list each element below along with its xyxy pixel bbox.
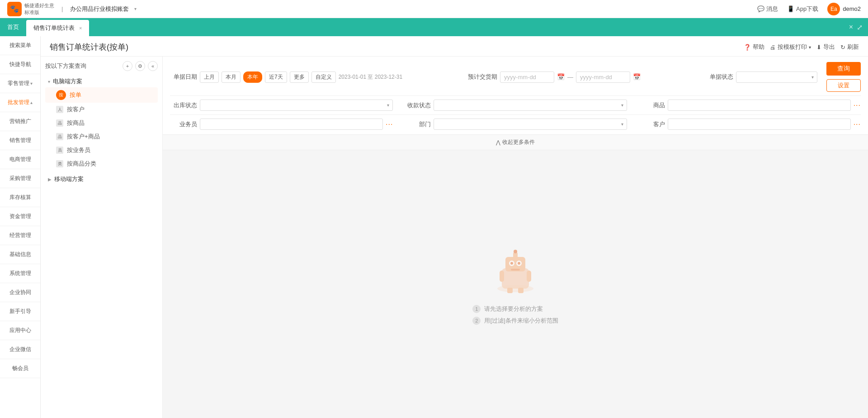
sidebar-item-basic[interactable]: 基础信息 <box>0 245 40 264</box>
goods-label: 商品 <box>638 101 665 109</box>
calendar-icon-end[interactable]: 📅 <box>633 73 641 81</box>
page-title: 销售订单统计表(按单) <box>50 42 128 52</box>
left-panel-header: 按以下方案查询 + ⚙ « <box>45 61 158 71</box>
topbar-left: 🐾 畅捷通好生意 标准版 | 办公用品行业模拟账套 ▾ <box>7 2 137 16</box>
scheme-item-by-customer-product[interactable]: 品 按客户+商品 <box>45 130 158 143</box>
mobile-group-header[interactable]: ▶ 移动端方案 <box>45 173 158 185</box>
right-panel: 单据日期 上月 本月 本年 近7天 更多 自定义 2023-01-01 至 20… <box>163 57 868 418</box>
collapse-panel-button[interactable]: « <box>148 61 158 71</box>
goods-input[interactable] <box>668 100 851 111</box>
sidebar-item-sales[interactable]: 销售管理 <box>0 131 40 150</box>
date-filter-label: 单据日期 <box>170 73 197 81</box>
date-btn-custom[interactable]: 自定义 <box>311 71 336 83</box>
mobile-group-expand-icon: ▶ <box>48 177 52 182</box>
department-select[interactable] <box>434 119 627 130</box>
page-header: 销售订单统计表(按单) ❓ 帮助 🖨 按模板打印 ▾ ⬇ 导出 ↻ 刷新 <box>41 36 868 57</box>
messages-button[interactable]: 💬 消息 <box>757 5 778 13</box>
sidebar-item-member[interactable]: 畅会员 <box>0 359 40 378</box>
sidebar-item-wholesale[interactable]: 批发管理 ▴ <box>0 93 40 112</box>
scheme-item-by-product[interactable]: 品 按商品 <box>45 116 158 130</box>
customer-input[interactable] <box>668 119 851 130</box>
expected-date-label: 预计交货期 <box>468 73 497 81</box>
salesperson-more-icon[interactable]: ··· <box>386 120 393 128</box>
mobile-scheme-group: ▶ 移动端方案 <box>45 173 158 185</box>
refresh-button[interactable]: ↻ 刷新 <box>840 43 859 51</box>
status-select[interactable] <box>736 71 817 83</box>
scheme-item-by-salesperson[interactable]: 员 按业务员 <box>45 143 158 157</box>
tip-num-1: 1 <box>472 305 481 313</box>
customer-label: 客户 <box>638 120 665 128</box>
expected-date-end-input[interactable] <box>576 71 630 83</box>
expected-date-start-input[interactable] <box>500 71 554 83</box>
customer-more-icon[interactable]: ··· <box>854 120 861 128</box>
date-separator: — <box>567 74 573 81</box>
scheme-item-by-order[interactable]: 按 按单 <box>45 87 158 103</box>
settings-scheme-button[interactable]: ⚙ <box>135 61 145 71</box>
tabbar: 首页 销售订单统计表 × × ⤢ <box>0 18 868 36</box>
page-actions: ❓ 帮助 🖨 按模板打印 ▾ ⬇ 导出 ↻ 刷新 <box>744 43 859 51</box>
status-label: 单据状态 <box>706 73 733 81</box>
tab-home[interactable]: 首页 <box>0 18 26 36</box>
salesperson-label: 业务员 <box>170 120 197 128</box>
status-filter-group: 单据状态 ▾ <box>706 71 817 83</box>
add-scheme-button[interactable]: + <box>123 61 132 71</box>
sidebar-item-ecommerce[interactable]: 电商管理 <box>0 150 40 169</box>
topbar-dropdown-icon[interactable]: ▾ <box>134 6 137 11</box>
maximize-icon[interactable]: ⤢ <box>857 23 863 32</box>
date-btn-last-7[interactable]: 近7天 <box>265 71 287 83</box>
left-panel-title: 按以下方案查询 <box>45 62 86 70</box>
user-menu[interactable]: Ea demo2 <box>827 3 861 15</box>
sidebar-item-inventory[interactable]: 库存核算 <box>0 188 40 207</box>
filter-row-2: 出库状态 ▾ 收款状态 <box>170 95 861 111</box>
goods-more-icon[interactable]: ··· <box>854 101 861 109</box>
content-area: 销售订单统计表(按单) ❓ 帮助 🖨 按模板打印 ▾ ⬇ 导出 ↻ 刷新 <box>41 36 868 418</box>
date-btn-last-month[interactable]: 上月 <box>200 71 219 83</box>
date-range-display: 2023-01-01 至 2023-12-31 <box>339 73 402 81</box>
sidebar-item-finance[interactable]: 资金管理 <box>0 207 40 226</box>
export-button[interactable]: ⬇ 导出 <box>816 43 835 51</box>
settings-button[interactable]: 设置 <box>826 79 861 92</box>
date-btn-more[interactable]: 更多 <box>290 71 309 83</box>
empty-tips: 1 请先选择要分析的方案 2 用[过滤]条件来缩小分析范围 <box>472 305 558 325</box>
logo-icon: 🐾 <box>7 2 22 16</box>
tab-close-icon[interactable]: × <box>79 25 82 31</box>
scheme-item-by-customer[interactable]: 人 按客户 <box>45 103 158 116</box>
tab-sales-order-stats[interactable]: 销售订单统计表 × <box>26 20 89 36</box>
collapse-button[interactable]: ⋀ 收起更多条件 <box>496 138 535 146</box>
date-btn-this-month[interactable]: 本月 <box>222 71 241 83</box>
shipment-select[interactable] <box>200 100 393 111</box>
sidebar-item-newbie[interactable]: 新手引导 <box>0 302 40 321</box>
content-body: 按以下方案查询 + ⚙ « ▾ 电脑端方案 按 按单 <box>41 57 868 418</box>
help-button[interactable]: ❓ 帮助 <box>744 43 764 51</box>
shipment-filter: 出库状态 ▾ <box>170 100 393 111</box>
collapse-icon: ⋀ <box>496 139 500 146</box>
salesperson-input[interactable] <box>200 119 383 130</box>
sidebar-item-quick-nav[interactable]: 快捷导航 <box>0 55 40 74</box>
sidebar-item-system[interactable]: 系统管理 <box>0 264 40 283</box>
print-button[interactable]: 🖨 按模板打印 ▾ <box>770 43 811 51</box>
minimize-icon[interactable]: × <box>849 23 853 31</box>
svg-rect-7 <box>511 269 520 271</box>
shipment-label: 出库状态 <box>170 101 197 109</box>
topbar-right: 💬 消息 📱 App下载 Ea demo2 <box>757 3 861 15</box>
sidebar-item-search-menu[interactable]: 搜索菜单 <box>0 36 40 55</box>
scheme-icon-customer: 人 <box>56 106 63 113</box>
desktop-group-header[interactable]: ▾ 电脑端方案 <box>45 76 158 87</box>
print-icon: 🖨 <box>770 44 776 51</box>
sidebar-item-enterprise[interactable]: 企业协同 <box>0 283 40 302</box>
sidebar-item-enterprise-wechat[interactable]: 企业微信 <box>0 340 40 359</box>
scheme-item-by-category[interactable]: 类 按商品分类 <box>45 157 158 171</box>
payment-select[interactable] <box>434 100 627 111</box>
scheme-icon-salesperson: 员 <box>56 147 63 154</box>
app-download-button[interactable]: 📱 App下载 <box>787 5 818 13</box>
calendar-icon-start[interactable]: 📅 <box>557 73 565 81</box>
sidebar-item-purchase[interactable]: 采购管理 <box>0 169 40 188</box>
goods-filter: 商品 ··· <box>638 100 861 111</box>
sidebar-item-marketing[interactable]: 营销推广 <box>0 112 40 131</box>
sidebar-item-operations[interactable]: 经营管理 <box>0 226 40 245</box>
sidebar-item-retail[interactable]: 零售管理 ▾ <box>0 74 40 93</box>
date-btn-this-year[interactable]: 本年 <box>243 71 262 83</box>
empty-tip-1: 1 请先选择要分析的方案 <box>472 305 558 313</box>
query-button[interactable]: 查询 <box>826 62 861 76</box>
sidebar-item-app-center[interactable]: 应用中心 <box>0 321 40 340</box>
